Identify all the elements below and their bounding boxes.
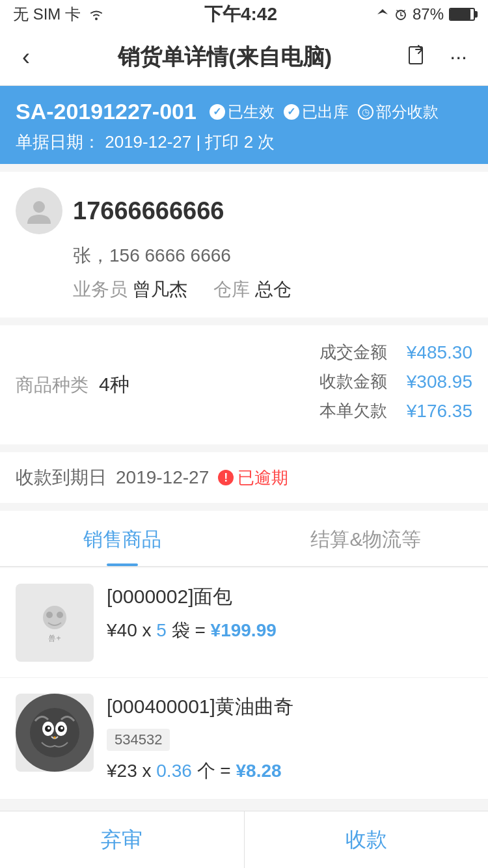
received-value: ¥308.95 — [407, 372, 472, 392]
battery-percent: 87% — [413, 5, 444, 23]
svg-point-13 — [47, 727, 50, 729]
carrier-text: 无 SIM 卡 — [13, 4, 81, 25]
overdue-icon: ! — [218, 470, 234, 485]
unit-0: 袋 — [172, 620, 190, 640]
deal-value: ¥485.30 — [407, 342, 472, 363]
product-info-0: [0000002]面包 ¥40 x 5 袋 = ¥199.99 — [107, 584, 472, 662]
product-info-1: [000400001]黄油曲奇 534532 ¥23 x 0.36 个 = ¥8… — [107, 694, 472, 783]
page-title: 销货单详情(来自电脑) — [49, 42, 400, 72]
total-0: ¥199.99 — [211, 620, 277, 640]
badge-partial-label: 部分收款 — [376, 102, 439, 122]
check-icon-activated: ✓ — [210, 104, 225, 120]
warehouse-label: 仓库 — [213, 277, 250, 302]
product-price-1: ¥23 x 0.36 个 = ¥8.28 — [107, 759, 472, 783]
svg-point-14 — [61, 727, 63, 729]
tab-settlement-label: 结算&物流等 — [310, 528, 421, 550]
nav-right-actions: ··· — [400, 39, 472, 75]
debt-row: 本单欠款 ¥176.35 — [319, 400, 472, 422]
print-separator: | — [196, 132, 205, 152]
banner-date-row: 单据日期： 2019-12-27 | 打印 2 次 — [16, 131, 472, 154]
deal-row: 成交金额 ¥485.30 — [319, 341, 472, 364]
svg-point-8 — [30, 708, 79, 757]
battery-icon — [449, 8, 475, 21]
unit-1: 个 — [197, 761, 215, 781]
received-label: 收款金额 — [319, 370, 387, 393]
svg-text:兽+: 兽+ — [48, 634, 61, 643]
order-id: SA-20191227-001 — [16, 99, 197, 124]
qty-0: 5 — [156, 620, 167, 640]
banner-row1: SA-20191227-001 ✓ 已生效 ✓ 已出库 ◷ 部分收款 — [16, 99, 472, 124]
qty-1: 0.36 — [156, 761, 192, 781]
owl-logo — [16, 694, 94, 772]
deal-label: 成交金额 — [319, 341, 387, 364]
alarm-icon — [394, 8, 407, 21]
product-item: [000400001]黄油曲奇 534532 ¥23 x 0.36 个 = ¥8… — [0, 678, 488, 800]
cancel-review-button[interactable]: 弃审 — [0, 811, 245, 868]
badge-shipped-label: 已出库 — [302, 102, 349, 122]
due-date-value: 2019-12-27 — [116, 467, 209, 488]
location-icon — [376, 8, 389, 21]
status-right: 87% — [376, 5, 475, 23]
overdue-badge: ! 已逾期 — [218, 467, 288, 489]
print-label: 打印 — [205, 132, 239, 152]
stats-right: 成交金额 ¥485.30 收款金额 ¥308.95 本单欠款 ¥176.35 — [319, 341, 472, 429]
products-section: 兽+ [0000002]面包 ¥40 x 5 袋 = ¥199.99 — [0, 568, 488, 800]
status-badges: ✓ 已生效 ✓ 已出库 ◷ 部分收款 — [210, 102, 439, 122]
svg-point-3 — [33, 201, 45, 213]
order-date: 2019-12-27 — [105, 132, 191, 152]
status-time: 下午4:42 — [204, 2, 277, 27]
warehouse-name: 总仓 — [255, 277, 291, 302]
clock-icon: ◷ — [358, 104, 373, 120]
product-price-0: ¥40 x 5 袋 = ¥199.99 — [107, 618, 472, 643]
collect-payment-button[interactable]: 收款 — [245, 811, 489, 868]
badge-activated: ✓ 已生效 — [210, 102, 275, 122]
avatar — [16, 187, 62, 234]
price-0: ¥40 — [107, 620, 137, 640]
debt-label: 本单欠款 — [319, 400, 387, 422]
sales-name: 曾凡杰 — [133, 277, 187, 302]
stats-section: 商品种类 4种 成交金额 ¥485.30 收款金额 ¥308.95 本单欠款 ¥… — [0, 325, 488, 444]
wifi-icon — [87, 8, 105, 21]
sales-label: 业务员 — [73, 277, 128, 302]
header-banner: SA-20191227-001 ✓ 已生效 ✓ 已出库 ◷ 部分收款 单据日期：… — [0, 86, 488, 164]
customer-section: 17666666666 张，156 6666 6666 业务员 曾凡杰 仓库 总… — [0, 172, 488, 318]
share-button[interactable] — [400, 39, 431, 75]
status-bar: 无 SIM 卡 下午4:42 87% — [0, 0, 488, 29]
product-name-0: [0000002]面包 — [107, 584, 472, 610]
category-label: 商品种类 — [16, 373, 88, 398]
tabs-row: 销售商品 结算&物流等 — [0, 511, 488, 566]
date-label: 单据日期： — [16, 132, 100, 152]
product-name-1: [000400001]黄油曲奇 — [107, 694, 472, 720]
customer-phone: 17666666666 — [73, 197, 224, 225]
stats-left: 商品种类 4种 — [16, 341, 129, 429]
badge-activated-label: 已生效 — [228, 102, 275, 122]
received-row: 收款金额 ¥308.95 — [319, 370, 472, 393]
print-count: 2 — [244, 132, 253, 152]
back-button[interactable]: ‹ — [16, 37, 36, 77]
overdue-text: 已逾期 — [237, 467, 288, 489]
badge-partial: ◷ 部分收款 — [358, 102, 439, 122]
customer-name-phone: 张，156 6666 6666 — [16, 243, 472, 268]
product-sku-1: 534532 — [107, 729, 170, 751]
bottom-bar: 弃审 收款 — [0, 811, 488, 868]
check-icon-shipped: ✓ — [284, 104, 299, 120]
category-value: 4种 — [99, 372, 129, 398]
debt-value: ¥176.35 — [407, 401, 472, 422]
due-date-section: 收款到期日 2019-12-27 ! 已逾期 — [0, 452, 488, 503]
print-suffix: 次 — [258, 132, 275, 152]
nav-bar: ‹ 销货单详情(来自电脑) ··· — [0, 29, 488, 86]
tab-sales-products[interactable]: 销售商品 — [0, 511, 244, 566]
tab-settlement[interactable]: 结算&物流等 — [244, 511, 488, 566]
due-date-label: 收款到期日 — [16, 465, 107, 490]
product-thumbnail-0: 兽+ — [16, 584, 94, 662]
more-button[interactable]: ··· — [444, 40, 472, 74]
status-left: 无 SIM 卡 — [13, 4, 105, 25]
price-1: ¥23 — [107, 761, 137, 781]
tab-sales-label: 销售商品 — [83, 528, 161, 550]
svg-point-6 — [57, 612, 63, 618]
customer-meta: 业务员 曾凡杰 仓库 总仓 — [16, 277, 472, 302]
customer-row: 17666666666 — [16, 187, 472, 234]
product-thumbnail-1 — [16, 694, 94, 772]
tabs-section: 销售商品 结算&物流等 — [0, 511, 488, 567]
product-item: 兽+ [0000002]面包 ¥40 x 5 袋 = ¥199.99 — [0, 568, 488, 678]
